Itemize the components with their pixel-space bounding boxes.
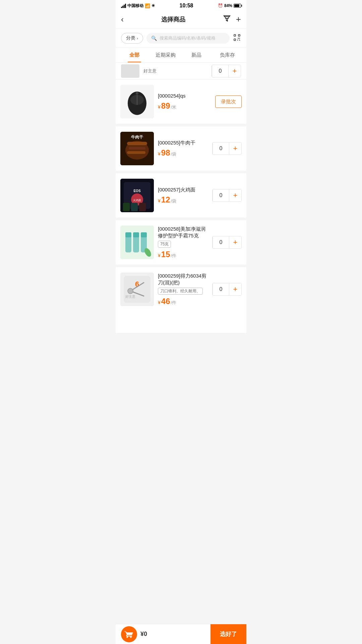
product-price-0000255: ¥ 98 /袋 bbox=[158, 148, 208, 158]
product-image-0000258 bbox=[120, 226, 154, 259]
partial-product-image bbox=[121, 64, 139, 78]
svg-text:好主意: 好主意 bbox=[125, 295, 135, 298]
svg-rect-28 bbox=[139, 203, 146, 211]
search-icon: 🔍 bbox=[151, 36, 157, 41]
add-btn-0000259[interactable]: + bbox=[229, 283, 241, 295]
tabs: 全部 近期采购 新品 负库存 bbox=[116, 48, 246, 63]
product-info-0000259: [0000259]得力6034剪刀(混)(把) 刀口锋利、经久耐用、 ¥ 46 … bbox=[158, 273, 208, 306]
svg-rect-2 bbox=[234, 35, 236, 36]
svg-line-8 bbox=[239, 40, 240, 41]
category-button[interactable]: 分类 › bbox=[121, 33, 143, 44]
tab-recent[interactable]: 近期采购 bbox=[150, 48, 181, 62]
tab-negative[interactable]: 负库存 bbox=[212, 48, 243, 62]
svg-rect-3 bbox=[238, 35, 240, 36]
product-tag-0000259: 刀口锋利、经久耐用、 bbox=[158, 288, 203, 295]
qty-0000257: 0 bbox=[213, 189, 229, 201]
status-time: 10:58 bbox=[180, 3, 193, 9]
counter-0000257: 0 + bbox=[212, 189, 242, 202]
svg-rect-19 bbox=[127, 151, 145, 154]
list-item: [0000258]美加净滋润修护型护手霜75克 75克 ¥ 15 /件 0 + bbox=[116, 220, 246, 265]
product-price-0000254: ¥ 89 /米 bbox=[158, 101, 211, 111]
tab-all[interactable]: 全部 bbox=[119, 48, 150, 62]
product-info-0000254: [0000254]qs ¥ 89 /米 bbox=[158, 93, 211, 111]
category-chevron-icon: › bbox=[137, 36, 138, 40]
add-btn-0000255[interactable]: + bbox=[229, 142, 241, 155]
product-info-0000257: [0000257]火鸡面 ¥ 12 /袋 bbox=[158, 186, 208, 204]
list-item: 6 好主意 [0000259]得力6034剪刀(混)(把) 刀口锋利、经久耐用、… bbox=[116, 267, 246, 333]
page-title: 选择商品 bbox=[161, 15, 185, 23]
signal-icon bbox=[121, 3, 126, 8]
tab-new[interactable]: 新品 bbox=[181, 48, 212, 62]
svg-text:牛肉干: 牛肉干 bbox=[131, 135, 143, 139]
add-btn-0000257[interactable]: + bbox=[229, 189, 241, 201]
product-image-0000254 bbox=[120, 85, 154, 118]
product-tag-0000258: 75克 bbox=[158, 241, 171, 248]
active-icon: ✳ bbox=[152, 3, 155, 8]
wifi-icon: 📶 bbox=[145, 3, 150, 8]
product-info-0000258: [0000258]美加净滋润修护型护手霜75克 75克 ¥ 15 /件 bbox=[158, 226, 208, 259]
svg-rect-35 bbox=[141, 232, 147, 237]
svg-rect-27 bbox=[131, 203, 138, 211]
partial-row: 好主意 0 + bbox=[116, 63, 246, 79]
list-item: 牛肉干 [0000255]牛肉干 ¥ 98 /袋 0 + bbox=[116, 126, 246, 171]
list-item: [0000254]qs ¥ 89 /米 录批次 bbox=[116, 79, 246, 124]
counter-0000259: 0 + bbox=[212, 283, 242, 296]
product-image-0000255: 牛肉干 bbox=[120, 132, 154, 165]
counter-0000255: 0 + bbox=[212, 142, 242, 155]
battery-percent: 84% bbox=[224, 3, 232, 8]
filter-bar: 分类 › 🔍 搜索商品编码/名称/条码/规格 bbox=[116, 29, 246, 48]
price-unit: /米 bbox=[171, 104, 177, 110]
svg-rect-4 bbox=[234, 39, 236, 41]
partial-add-btn[interactable]: + bbox=[229, 65, 241, 77]
product-price-0000257: ¥ 12 /袋 bbox=[158, 195, 208, 204]
svg-rect-34 bbox=[133, 232, 139, 237]
product-image-0000257: EOS 火鸡面 bbox=[120, 179, 154, 212]
filter-icon[interactable] bbox=[223, 15, 231, 24]
product-list: [0000254]qs ¥ 89 /米 录批次 牛肉干 [0000255]牛肉干 bbox=[116, 79, 246, 333]
svg-text:EOS: EOS bbox=[133, 189, 140, 193]
status-bar: 中国移动 📶 ✳ 10:58 ⏰ 84% bbox=[116, 0, 246, 10]
product-name-0000259: [0000259]得力6034剪刀(混)(把) bbox=[158, 273, 208, 286]
product-price-0000258: ¥ 15 /件 bbox=[158, 250, 208, 259]
product-name-0000255: [0000255]牛肉干 bbox=[158, 139, 208, 146]
price-num: 89 bbox=[161, 101, 170, 111]
carrier-label: 中国移动 bbox=[127, 3, 143, 9]
search-box[interactable]: 🔍 搜索商品编码/名称/条码/规格 bbox=[146, 33, 230, 44]
product-price-0000259: ¥ 46 /件 bbox=[158, 297, 208, 306]
svg-text:火鸡面: 火鸡面 bbox=[133, 199, 141, 202]
status-left: 中国移动 📶 ✳ bbox=[121, 3, 155, 9]
partial-product-info: 好主意 bbox=[143, 68, 157, 74]
status-right: ⏰ 84% bbox=[218, 3, 241, 8]
svg-point-43 bbox=[128, 288, 133, 294]
add-btn-0000258[interactable]: + bbox=[229, 236, 241, 248]
list-item: EOS 火鸡面 [0000257]火鸡面 ¥ 12 /袋 0 + bbox=[116, 173, 246, 218]
header: ‹ 选择商品 + bbox=[116, 10, 246, 29]
header-icons: + bbox=[223, 14, 241, 24]
back-button[interactable]: ‹ bbox=[121, 15, 124, 24]
svg-point-14 bbox=[136, 92, 138, 95]
search-placeholder: 搜索商品编码/名称/条码/规格 bbox=[160, 35, 216, 41]
svg-rect-17 bbox=[127, 142, 147, 145]
product-name-0000258: [0000258]美加净滋润修护型护手霜75克 bbox=[158, 226, 208, 239]
svg-rect-18 bbox=[129, 147, 145, 150]
product-info-0000255: [0000255]牛肉干 ¥ 98 /袋 bbox=[158, 139, 208, 158]
category-label: 分类 bbox=[126, 35, 135, 41]
svg-rect-26 bbox=[123, 203, 130, 211]
scan-icon[interactable] bbox=[233, 34, 241, 43]
counter-0000258: 0 + bbox=[212, 236, 242, 249]
qty-0000258: 0 bbox=[213, 236, 229, 248]
svg-rect-33 bbox=[125, 232, 131, 237]
battery-icon bbox=[234, 4, 241, 8]
batch-button-0000254[interactable]: 录批次 bbox=[215, 96, 242, 108]
partial-qty: 0 bbox=[212, 65, 229, 77]
qty-0000255: 0 bbox=[213, 142, 229, 155]
product-image-0000259: 6 好主意 bbox=[120, 273, 154, 306]
alarm-icon: ⏰ bbox=[218, 3, 223, 8]
product-name-0000254: [0000254]qs bbox=[158, 93, 211, 99]
qty-0000259: 0 bbox=[213, 283, 229, 295]
partial-counter: 0 + bbox=[212, 65, 241, 77]
product-name-0000257: [0000257]火鸡面 bbox=[158, 186, 208, 193]
add-button[interactable]: + bbox=[236, 14, 241, 24]
